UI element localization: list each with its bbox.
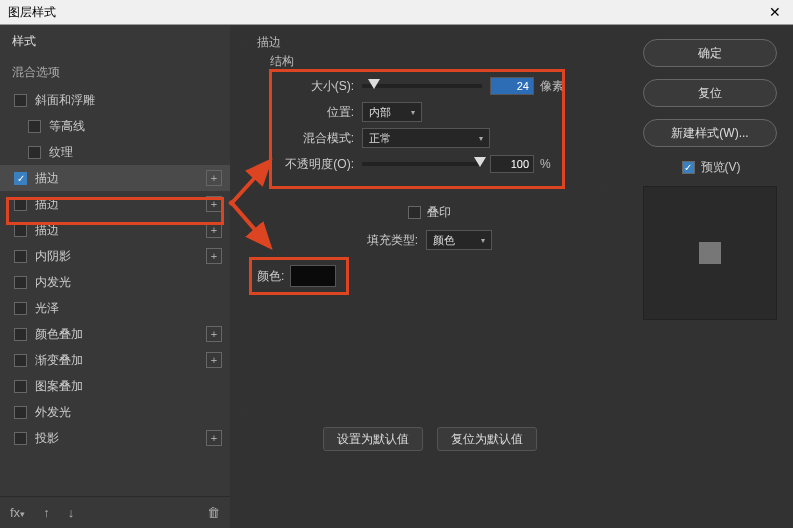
effect-label: 内发光	[35, 274, 222, 291]
move-down-icon[interactable]: ↓	[68, 505, 75, 520]
add-effect-icon[interactable]: +	[206, 430, 222, 446]
sidebar-item-3[interactable]: 描边+	[0, 165, 230, 191]
effect-checkbox[interactable]	[14, 432, 27, 445]
sidebar-item-0[interactable]: 斜面和浮雕	[0, 87, 230, 113]
content-panel: 描边 结构 大小(S): 像素 位置: 内部▾	[230, 25, 629, 528]
add-effect-icon[interactable]: +	[206, 248, 222, 264]
opacity-unit: %	[540, 157, 566, 171]
color-swatch[interactable]	[290, 265, 336, 287]
overprint-label: 叠印	[427, 204, 451, 221]
filltype-label: 填充类型:	[367, 232, 418, 249]
opacity-slider[interactable]	[362, 162, 482, 166]
move-up-icon[interactable]: ↑	[43, 505, 50, 520]
effect-label: 描边	[35, 222, 206, 239]
stroke-legend: 描边	[251, 34, 287, 51]
sidebar-item-7[interactable]: 内发光	[0, 269, 230, 295]
position-row: 位置: 内部▾	[268, 99, 591, 125]
opacity-input[interactable]	[490, 155, 534, 173]
filltype-row: 填充类型: 颜色▾	[241, 227, 618, 253]
sidebar-item-1[interactable]: 等高线	[0, 113, 230, 139]
sidebar-footer: fx▾ ↑ ↓ 🗑	[0, 496, 230, 528]
effect-checkbox[interactable]	[28, 146, 41, 159]
effect-label: 纹理	[49, 144, 222, 161]
reset-default-button[interactable]: 复位为默认值	[437, 427, 537, 451]
size-row: 大小(S): 像素	[268, 73, 591, 99]
preview-label: 预览(V)	[701, 159, 741, 176]
color-label: 颜色:	[257, 268, 284, 285]
close-icon[interactable]: ✕	[765, 4, 785, 20]
position-select[interactable]: 内部▾	[362, 102, 422, 122]
fx-icon[interactable]: fx▾	[10, 505, 25, 520]
blend-label: 混合模式:	[268, 130, 354, 147]
main-area: 样式 混合选项 斜面和浮雕等高线纹理描边+描边+描边+内阴影+内发光光泽颜色叠加…	[0, 25, 793, 528]
structure-legend: 结构	[264, 53, 300, 70]
preview-swatch	[699, 242, 721, 264]
effect-checkbox[interactable]	[14, 328, 27, 341]
sidebar-item-2[interactable]: 纹理	[0, 139, 230, 165]
sidebar-item-11[interactable]: 图案叠加	[0, 373, 230, 399]
add-effect-icon[interactable]: +	[206, 352, 222, 368]
effect-checkbox[interactable]	[28, 120, 41, 133]
structure-fieldset: 结构 大小(S): 像素 位置: 内部▾ 混合模式:	[253, 60, 606, 192]
ok-button[interactable]: 确定	[643, 39, 777, 67]
effect-checkbox[interactable]	[14, 172, 27, 185]
effect-label: 图案叠加	[35, 378, 222, 395]
effect-label: 光泽	[35, 300, 222, 317]
preview-row: 预览(V)	[643, 159, 779, 176]
sidebar-header: 样式	[0, 25, 230, 58]
effect-checkbox[interactable]	[14, 406, 27, 419]
blend-select[interactable]: 正常▾	[362, 128, 490, 148]
effect-checkbox[interactable]	[14, 250, 27, 263]
sidebar: 样式 混合选项 斜面和浮雕等高线纹理描边+描边+描边+内阴影+内发光光泽颜色叠加…	[0, 25, 230, 528]
blend-row: 混合模式: 正常▾	[268, 125, 591, 151]
opacity-label: 不透明度(O):	[268, 156, 354, 173]
effects-list: 斜面和浮雕等高线纹理描边+描边+描边+内阴影+内发光光泽颜色叠加+渐变叠加+图案…	[0, 87, 230, 496]
color-row: 颜色:	[253, 263, 606, 289]
effect-label: 外发光	[35, 404, 222, 421]
effect-checkbox[interactable]	[14, 354, 27, 367]
chevron-down-icon: ▾	[479, 134, 483, 143]
blend-options-header[interactable]: 混合选项	[0, 58, 230, 87]
sidebar-item-4[interactable]: 描边+	[0, 191, 230, 217]
add-effect-icon[interactable]: +	[206, 170, 222, 186]
preview-canvas	[643, 186, 777, 320]
effect-checkbox[interactable]	[14, 94, 27, 107]
stroke-fieldset: 描边 结构 大小(S): 像素 位置: 内部▾	[240, 41, 619, 415]
size-label: 大小(S):	[268, 78, 354, 95]
effect-checkbox[interactable]	[14, 302, 27, 315]
reset-button[interactable]: 复位	[643, 79, 777, 107]
sidebar-item-6[interactable]: 内阴影+	[0, 243, 230, 269]
add-effect-icon[interactable]: +	[206, 326, 222, 342]
right-panel: 确定 复位 新建样式(W)... 预览(V)	[629, 25, 793, 528]
sidebar-item-13[interactable]: 投影+	[0, 425, 230, 451]
chevron-down-icon: ▾	[481, 236, 485, 245]
set-default-button[interactable]: 设置为默认值	[323, 427, 423, 451]
effect-checkbox[interactable]	[14, 224, 27, 237]
new-style-button[interactable]: 新建样式(W)...	[643, 119, 777, 147]
sidebar-item-5[interactable]: 描边+	[0, 217, 230, 243]
effect-checkbox[interactable]	[14, 380, 27, 393]
sidebar-item-8[interactable]: 光泽	[0, 295, 230, 321]
title-bar: 图层样式 ✕	[0, 0, 793, 25]
default-buttons-row: 设置为默认值 复位为默认值	[240, 427, 619, 451]
sidebar-item-10[interactable]: 渐变叠加+	[0, 347, 230, 373]
size-input[interactable]	[490, 77, 534, 95]
add-effect-icon[interactable]: +	[206, 222, 222, 238]
opacity-row: 不透明度(O): %	[268, 151, 591, 177]
filltype-select[interactable]: 颜色▾	[426, 230, 492, 250]
sidebar-item-12[interactable]: 外发光	[0, 399, 230, 425]
effect-checkbox[interactable]	[14, 276, 27, 289]
trash-icon[interactable]: 🗑	[207, 505, 220, 520]
overprint-row: 叠印	[241, 204, 618, 221]
overprint-checkbox[interactable]	[408, 206, 421, 219]
effect-label: 投影	[35, 430, 206, 447]
position-label: 位置:	[268, 104, 354, 121]
preview-checkbox[interactable]	[682, 161, 695, 174]
effect-label: 描边	[35, 196, 206, 213]
effect-checkbox[interactable]	[14, 198, 27, 211]
window-title: 图层样式	[8, 4, 765, 21]
effect-label: 内阴影	[35, 248, 206, 265]
add-effect-icon[interactable]: +	[206, 196, 222, 212]
sidebar-item-9[interactable]: 颜色叠加+	[0, 321, 230, 347]
size-slider[interactable]	[362, 84, 482, 88]
